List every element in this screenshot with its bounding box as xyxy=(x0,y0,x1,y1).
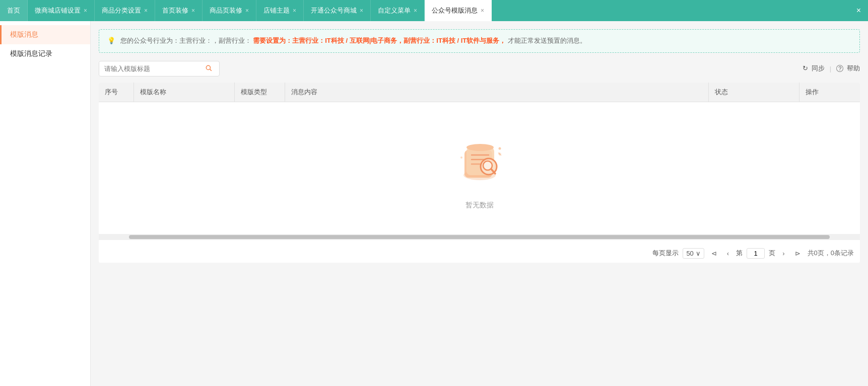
page-number-input[interactable] xyxy=(747,248,765,259)
nav-tab-store-theme-label: 店铺主题 xyxy=(263,6,290,15)
sync-button[interactable]: ↻ 同步 xyxy=(803,64,825,73)
nav-tab-custom-menu[interactable]: 自定义菜单 × xyxy=(371,0,425,21)
sidebar-item-template-msg-log[interactable]: 模版消息记录 xyxy=(0,44,90,63)
horizontal-scrollbar[interactable] xyxy=(99,234,860,240)
nav-tab-home-decor[interactable]: 首页装修 × xyxy=(155,0,203,21)
help-button[interactable]: ? 帮助 xyxy=(836,64,860,73)
sidebar-item-template-msg[interactable]: 模版消息 xyxy=(0,25,90,44)
first-page-button[interactable]: ⊲ xyxy=(708,249,720,258)
main-content: 💡 您的公众号行业为：主营行业：，副营行业： 需要设置为：主营行业：IT科技 /… xyxy=(91,21,868,386)
close-icon[interactable]: × xyxy=(360,7,363,14)
scrollbar-track xyxy=(129,235,830,239)
col-header-content: 消息内容 xyxy=(285,83,709,102)
empty-text: 暂无数据 xyxy=(465,201,494,210)
page-label: 第 xyxy=(736,249,743,258)
table-header: 序号 模版名称 模版类型 消息内容 状态 操作 xyxy=(99,83,860,102)
notice-highlight: 需要设置为：主营行业：IT科技 / 互联网|电子商务，副营行业：IT科技 / I… xyxy=(253,37,506,44)
page-unit: 页 xyxy=(769,249,775,258)
sync-label: 同步 xyxy=(812,64,825,72)
close-icon[interactable]: × xyxy=(293,7,296,14)
sidebar: 模版消息 模版消息记录 xyxy=(0,21,91,386)
search-button[interactable] xyxy=(200,61,217,76)
divider: | xyxy=(830,65,831,72)
col-header-status: 状态 xyxy=(709,83,799,102)
last-page-button[interactable]: ⊳ xyxy=(792,249,804,258)
nav-tab-template-msg-label: 公众号模版消息 xyxy=(432,6,478,15)
close-icon[interactable]: × xyxy=(414,7,417,14)
svg-point-13 xyxy=(460,157,462,159)
close-icon[interactable]: × xyxy=(245,7,249,14)
layout: 模版消息 模版消息记录 💡 您的公众号行业为：主营行业：，副营行业： 需要设置为… xyxy=(0,21,868,386)
svg-point-5 xyxy=(466,144,494,151)
nav-tab-category-settings-label: 商品分类设置 xyxy=(102,6,141,15)
nav-tab-custom-menu-label: 自定义菜单 xyxy=(378,6,411,15)
col-header-type: 模版类型 xyxy=(235,83,285,102)
notice-icon: 💡 xyxy=(107,37,115,44)
prev-page-button[interactable]: ‹ xyxy=(724,249,732,258)
next-page-button[interactable]: › xyxy=(779,249,787,258)
search-input[interactable] xyxy=(99,62,200,75)
total-info: 共0页，0条记录 xyxy=(808,249,854,258)
notice-box: 💡 您的公众号行业为：主营行业：，副营行业： 需要设置为：主营行业：IT科技 /… xyxy=(99,29,860,53)
nav-tab-product-decor-label: 商品页装修 xyxy=(210,6,242,15)
nav-tab-product-decor[interactable]: 商品页装修 × xyxy=(203,0,256,21)
page-size-value: 50 xyxy=(686,250,693,257)
nav-tab-shop-settings-label: 微商城店铺设置 xyxy=(35,6,81,15)
svg-line-1 xyxy=(210,69,212,70)
close-icon[interactable]: × xyxy=(191,7,195,14)
nav-tab-open-mall[interactable]: 开通公众号商城 × xyxy=(304,0,371,21)
close-all-button[interactable]: × xyxy=(849,6,868,15)
nav-tab-home[interactable]: 首页 xyxy=(0,0,28,21)
page-size-label: 每页显示 xyxy=(652,249,679,258)
svg-point-0 xyxy=(206,65,210,69)
empty-state: 暂无数据 xyxy=(99,102,860,230)
nav-tab-shop-settings[interactable]: 微商城店铺设置 × xyxy=(28,0,95,21)
search-bar: ↻ 同步 | ? 帮助 xyxy=(99,61,860,76)
notice-prefix: 您的公众号行业为：主营行业：，副营行业： xyxy=(120,37,251,44)
close-icon[interactable]: × xyxy=(481,7,484,14)
close-icon[interactable]: × xyxy=(144,7,148,14)
col-header-action: 操作 xyxy=(799,83,860,102)
col-header-seq: 序号 xyxy=(99,83,134,102)
sidebar-item-template-msg-log-label: 模版消息记录 xyxy=(10,49,52,57)
sync-icon: ↻ xyxy=(803,64,808,72)
chevron-down-icon: ∨ xyxy=(696,250,701,257)
search-input-wrapper xyxy=(99,61,220,76)
svg-point-12 xyxy=(498,147,501,149)
col-header-name: 模版名称 xyxy=(134,83,235,102)
help-icon: ? xyxy=(836,65,843,72)
notice-suffix: 才能正常发送预置的消息。 xyxy=(508,37,586,44)
empty-illustration xyxy=(449,132,510,193)
nav-tab-home-decor-label: 首页装修 xyxy=(162,6,188,15)
top-nav: 首页 微商城店铺设置 × 商品分类设置 × 首页装修 × 商品页装修 × 店铺主… xyxy=(0,0,868,21)
search-actions: ↻ 同步 | ? 帮助 xyxy=(803,64,860,73)
nav-tab-open-mall-label: 开通公众号商城 xyxy=(311,6,357,15)
table-wrapper: 序号 模版名称 模版类型 消息内容 状态 操作 xyxy=(99,83,860,263)
page-size-select[interactable]: 50 ∨ xyxy=(683,248,704,259)
help-label: 帮助 xyxy=(847,64,860,72)
close-icon[interactable]: × xyxy=(84,7,87,14)
nav-tab-category-settings[interactable]: 商品分类设置 × xyxy=(95,0,155,21)
nav-tab-store-theme[interactable]: 店铺主题 × xyxy=(256,0,304,21)
sidebar-item-template-msg-label: 模版消息 xyxy=(10,30,38,38)
nav-tab-template-msg[interactable]: 公众号模版消息 × xyxy=(425,0,492,21)
pagination: 每页显示 50 ∨ ⊲ ‹ 第 页 › ⊳ 共0页，0条记录 xyxy=(99,244,860,263)
nav-tab-home-label: 首页 xyxy=(7,6,20,15)
